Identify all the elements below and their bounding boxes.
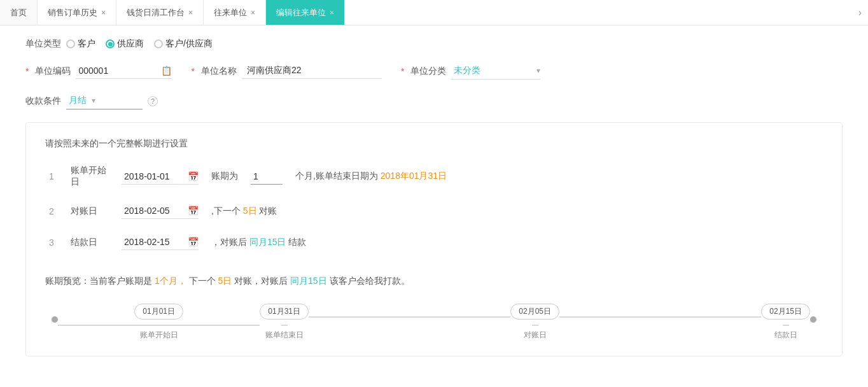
tab-edit-partner-close[interactable]: × bbox=[330, 8, 334, 17]
preview-highlight2: 5日 bbox=[218, 276, 232, 286]
unit-category-group: * 单位分类 未分类 ▾ bbox=[401, 62, 540, 80]
payment-condition-value: 月结 bbox=[66, 92, 89, 109]
period-row-1-suffix-prefix: 账期为 bbox=[211, 171, 238, 182]
period-row-2-number: 2 bbox=[45, 206, 58, 216]
radio-supplier[interactable]: 供应商 bbox=[106, 38, 144, 50]
unit-code-input[interactable] bbox=[76, 63, 158, 78]
tab-home-label: 首页 bbox=[10, 7, 27, 18]
period-row-1-highlight-date: 2018年01月31日 bbox=[381, 171, 447, 181]
timeline-pill-3: 02月05日 bbox=[510, 304, 559, 320]
unit-code-group: * 单位编码 📋 bbox=[25, 63, 172, 79]
tab-sales-history[interactable]: 销售订单历史 × bbox=[38, 0, 116, 25]
radio-supplier-circle bbox=[106, 39, 115, 48]
tab-bar: 首页 销售订单历史 × 钱货日清工作台 × 往来单位 × 编辑往来单位 × › bbox=[0, 0, 868, 25]
preview-highlight1: 1个月， bbox=[155, 276, 186, 286]
unit-name-group: * 单位名称 bbox=[191, 63, 381, 79]
radio-customer-circle bbox=[66, 39, 75, 48]
timeline-line-2 bbox=[309, 316, 510, 318]
radio-both-circle bbox=[154, 39, 163, 48]
payment-condition-group: 收款条件 月结 ▾ ? bbox=[25, 92, 158, 109]
unit-category-star: * bbox=[401, 66, 404, 76]
timeline-node-2: 01月31日 账单结束日 bbox=[260, 304, 309, 341]
timeline-dot-start bbox=[52, 316, 58, 323]
preview-suffix: 该客户会给我打款。 bbox=[330, 276, 410, 286]
period-row-2-highlight-day: 5日 bbox=[243, 206, 257, 216]
timeline-dot-3 bbox=[532, 325, 538, 326]
period-row-3: 3 结款日 📅 ，对账后 同月15日 结款 bbox=[45, 234, 823, 250]
unit-name-star: * bbox=[191, 66, 194, 76]
radio-group: 客户 供应商 客户/供应商 bbox=[66, 38, 213, 50]
period-box-title: 请按照未来的一个完整帐期进行设置 bbox=[45, 138, 823, 150]
payment-help-icon[interactable]: ? bbox=[148, 96, 158, 106]
unit-category-label: 单位分类 bbox=[410, 66, 446, 77]
period-row-3-calendar-icon[interactable]: 📅 bbox=[188, 237, 199, 247]
unit-type-row: 单位类型 客户 供应商 客户/供应商 bbox=[25, 38, 843, 50]
unit-category-arrow-icon: ▾ bbox=[536, 66, 540, 75]
timeline-segment-1: 01月01日 账单开始日 bbox=[58, 304, 260, 341]
period-row-1-date-input: 📅 bbox=[122, 169, 199, 185]
period-row-1-suffix: 个月,账单结束日期为 2018年01月31日 bbox=[295, 171, 447, 182]
tab-cash-work-label: 钱货日清工作台 bbox=[127, 7, 185, 18]
radio-both-label: 客户/供应商 bbox=[165, 38, 213, 50]
period-months-input bbox=[251, 169, 283, 185]
timeline-dot-2 bbox=[281, 325, 288, 326]
radio-both[interactable]: 客户/供应商 bbox=[154, 38, 213, 50]
timeline-label-2: 账单结束日 bbox=[265, 330, 304, 341]
period-row-3-number: 3 bbox=[45, 237, 58, 248]
preview-text1: 下一个 bbox=[189, 276, 216, 286]
tab-partners[interactable]: 往来单位 × bbox=[204, 0, 266, 25]
payment-condition-row: 收款条件 月结 ▾ ? bbox=[25, 92, 843, 109]
radio-customer[interactable]: 客户 bbox=[66, 38, 95, 50]
period-row-2-desc: ,下一个 5日 对账 bbox=[211, 206, 277, 217]
unit-name-label: 单位名称 bbox=[201, 66, 237, 77]
unit-category-select[interactable]: 未分类 ▾ bbox=[451, 62, 540, 80]
timeline-node-3: 02月05日 对账日 bbox=[510, 304, 559, 341]
tab-cash-work[interactable]: 钱货日清工作台 × bbox=[116, 0, 204, 25]
main-content: 单位类型 客户 供应商 客户/供应商 * 单位编码 bbox=[0, 25, 868, 387]
tab-expand-button[interactable]: › bbox=[852, 0, 868, 25]
timeline-segment-2 bbox=[309, 304, 510, 318]
timeline-pill-2: 01月31日 bbox=[260, 304, 309, 320]
period-row-3-desc: ，对账后 同月15日 结款 bbox=[211, 237, 306, 248]
period-row-1-date-field[interactable] bbox=[122, 169, 185, 184]
period-row-3-date-field[interactable] bbox=[122, 234, 185, 250]
tab-sales-history-label: 销售订单历史 bbox=[48, 7, 97, 18]
tab-sales-history-close[interactable]: × bbox=[101, 8, 106, 17]
unit-type-group: 单位类型 客户 供应商 客户/供应商 bbox=[25, 38, 213, 50]
unit-info-row: * 单位编码 📋 * 单位名称 * 单位分类 未分类 ▾ bbox=[25, 62, 843, 80]
timeline-segment-3 bbox=[559, 304, 761, 318]
period-row-2-calendar-icon[interactable]: 📅 bbox=[188, 206, 199, 216]
timeline-pill-1: 01月01日 bbox=[134, 304, 183, 320]
payment-condition-arrow-icon: ▾ bbox=[92, 96, 95, 105]
timeline-dot-end bbox=[810, 316, 816, 323]
period-row-1: 1 账单开始日 📅 账期为 个月,账单结束日期为 2018年01月31日 bbox=[45, 165, 823, 188]
timeline-label-3: 对账日 bbox=[524, 330, 547, 341]
preview-prefix: 账期预览：当前客户账期是 bbox=[45, 276, 152, 286]
period-months-field[interactable] bbox=[251, 169, 283, 184]
timeline-line-3 bbox=[559, 316, 761, 318]
tab-edit-partner-label: 编辑往来单位 bbox=[276, 7, 326, 18]
period-row-2-date-input: 📅 bbox=[122, 203, 199, 219]
period-row-3-date-input: 📅 bbox=[122, 234, 199, 250]
unit-type-label: 单位类型 bbox=[25, 38, 61, 50]
unit-name-input[interactable] bbox=[242, 63, 382, 79]
unit-code-input-wrapper: 📋 bbox=[76, 63, 172, 79]
payment-condition-select[interactable]: 月结 ▾ bbox=[66, 92, 143, 109]
timeline-dot-4 bbox=[783, 325, 789, 326]
period-row-1-calendar-icon[interactable]: 📅 bbox=[188, 171, 199, 181]
period-row-2-date-field[interactable] bbox=[122, 203, 185, 218]
timeline-node-4: 02月15日 结款日 bbox=[761, 304, 810, 341]
tab-cash-work-close[interactable]: × bbox=[188, 8, 193, 17]
tab-partners-close[interactable]: × bbox=[251, 8, 255, 17]
tab-home[interactable]: 首页 bbox=[0, 0, 38, 25]
timeline-start-dot bbox=[52, 304, 58, 323]
tab-edit-partner[interactable]: 编辑往来单位 × bbox=[266, 0, 345, 25]
timeline-pill-4: 02月15日 bbox=[761, 304, 810, 320]
unit-code-calendar-icon[interactable]: 📋 bbox=[161, 66, 172, 76]
period-row-3-label: 结款日 bbox=[71, 237, 109, 248]
timeline-label-4: 结款日 bbox=[774, 330, 797, 341]
timeline-line-1 bbox=[58, 325, 260, 326]
timeline-label-1: 账单开始日 bbox=[140, 330, 178, 341]
unit-code-star: * bbox=[25, 66, 29, 76]
preview-highlight3: 同月15日 bbox=[290, 276, 327, 286]
